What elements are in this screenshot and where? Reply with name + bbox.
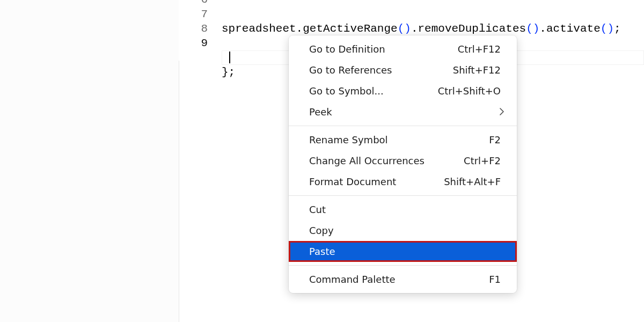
menu-item-go-to-references[interactable]: Go to References Shift+F12 bbox=[289, 60, 517, 80]
menu-separator bbox=[289, 126, 517, 126]
menu-item-change-all-occurrences[interactable]: Change All Occurrences Ctrl+F2 bbox=[289, 150, 517, 171]
line-number-gutter: 6 7 8 9 bbox=[179, 0, 221, 68]
code-line-6[interactable]: spreadsheet.getActiveRange().removeDupli… bbox=[222, 21, 621, 36]
menu-item-peek[interactable]: Peek bbox=[289, 101, 517, 122]
menu-item-go-to-symbol[interactable]: Go to Symbol... Ctrl+Shift+O bbox=[289, 80, 517, 101]
menu-item-label: Change All Occurrences bbox=[309, 155, 451, 166]
menu-separator bbox=[289, 195, 517, 196]
menu-item-shortcut: Shift+F12 bbox=[453, 64, 501, 76]
menu-item-label: Paste bbox=[309, 246, 501, 257]
menu-item-shortcut: Ctrl+F12 bbox=[458, 43, 501, 55]
menu-item-label: Copy bbox=[309, 225, 501, 236]
menu-item-shortcut: Ctrl+Shift+O bbox=[438, 85, 501, 97]
menu-item-label: Rename Symbol bbox=[309, 134, 476, 145]
line-number-6: 6 bbox=[179, 0, 208, 7]
menu-item-shortcut: Shift+Alt+F bbox=[444, 176, 501, 187]
menu-separator bbox=[289, 265, 517, 266]
menu-item-label: Go to References bbox=[309, 64, 440, 76]
menu-item-copy[interactable]: Copy bbox=[289, 220, 517, 241]
menu-item-shortcut: F1 bbox=[489, 274, 501, 285]
menu-item-format-document[interactable]: Format Document Shift+Alt+F bbox=[289, 171, 517, 192]
context-menu: Go to Definition Ctrl+F12 Go to Referenc… bbox=[289, 35, 517, 293]
menu-item-rename-symbol[interactable]: Rename Symbol F2 bbox=[289, 129, 517, 150]
chevron-right-icon bbox=[500, 108, 505, 116]
line-number-9: 9 bbox=[179, 36, 208, 50]
menu-item-paste[interactable]: Paste bbox=[289, 241, 517, 262]
menu-item-label: Go to Symbol... bbox=[309, 85, 425, 97]
line-number-7: 7 bbox=[179, 7, 208, 21]
menu-item-label: Command Palette bbox=[309, 274, 476, 285]
line-number-8: 8 bbox=[179, 21, 208, 36]
menu-item-cut[interactable]: Cut bbox=[289, 199, 517, 220]
menu-item-label: Peek bbox=[309, 106, 501, 118]
menu-item-label: Cut bbox=[309, 204, 501, 215]
menu-item-label: Format Document bbox=[309, 176, 431, 187]
menu-item-shortcut: Ctrl+F2 bbox=[464, 155, 501, 166]
menu-item-command-palette[interactable]: Command Palette F1 bbox=[289, 269, 517, 290]
menu-item-go-to-definition[interactable]: Go to Definition Ctrl+F12 bbox=[289, 39, 517, 60]
menu-item-label: Go to Definition bbox=[309, 43, 445, 55]
menu-item-shortcut: F2 bbox=[489, 134, 501, 145]
